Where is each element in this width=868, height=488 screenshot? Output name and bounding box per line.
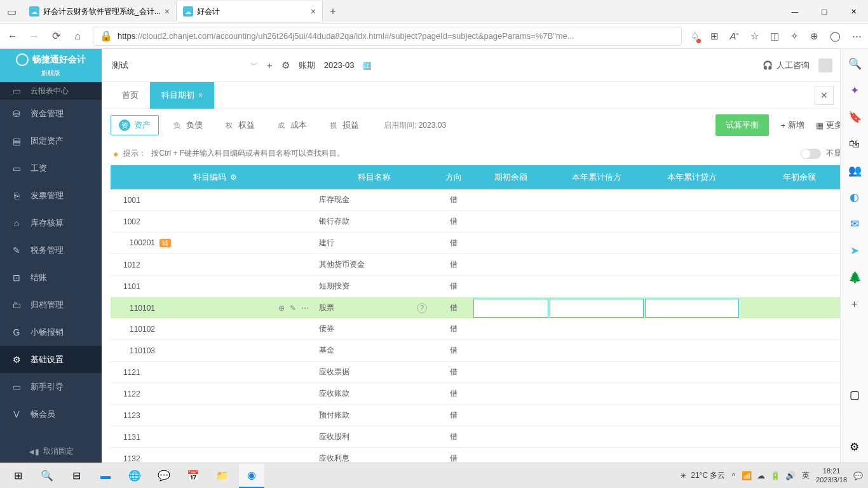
minimize-button[interactable]: —	[780, 0, 810, 24]
battery-icon[interactable]: 🔋	[770, 471, 780, 480]
edit-icon[interactable]: ✎	[290, 304, 296, 313]
expand-icon[interactable]: ▢	[848, 389, 861, 402]
opening-cell[interactable]	[473, 297, 549, 319]
notifications-tray[interactable]: 💬	[853, 471, 863, 480]
sidebar-item-1[interactable]: ⛁资金管理	[0, 100, 102, 127]
downloads-icon[interactable]: ⊕	[810, 30, 818, 42]
pin-toggle[interactable]: ◄▮ 取消固定	[0, 440, 102, 463]
settings-edge-icon[interactable]: ⚙	[848, 441, 861, 454]
workspace-button[interactable]: ▭	[0, 0, 23, 24]
task-view[interactable]: ⊟	[64, 464, 89, 488]
table-row[interactable]: 100201 辅 建行 借	[111, 233, 859, 254]
home-button[interactable]: ⌂	[71, 30, 84, 42]
close-icon[interactable]: ×	[198, 91, 203, 100]
star-icon[interactable]: ✦	[848, 85, 861, 97]
credit-cell[interactable]	[644, 297, 740, 319]
tree-icon[interactable]: 🌲	[848, 271, 861, 284]
table-row[interactable]: 1121 应收票据 借	[111, 362, 859, 383]
collections-icon[interactable]: ✧	[790, 30, 799, 42]
search-icon[interactable]: 🔍	[848, 58, 861, 71]
table-row[interactable]: 1132 应收利息 借	[111, 448, 859, 463]
help-icon[interactable]: ?	[417, 303, 427, 313]
cloud-icon[interactable]: ☁	[757, 471, 765, 480]
notifications-icon[interactable]: ♤	[691, 30, 699, 42]
forward-button[interactable]: →	[28, 30, 41, 42]
category-tab-0[interactable]: 资资产	[111, 115, 159, 135]
tag-icon[interactable]: 🔖	[848, 111, 861, 124]
browser-tab-2[interactable]: ☁ 好会计 ×	[177, 1, 323, 22]
close-icon[interactable]: ×	[165, 6, 170, 17]
category-tab-1[interactable]: 负负债	[163, 115, 211, 135]
sound-icon[interactable]: 🔊	[785, 471, 796, 480]
close-all-button[interactable]: ✕	[815, 86, 834, 105]
menu-icon[interactable]: ⋯	[852, 30, 862, 42]
category-tab-3[interactable]: 成成本	[267, 115, 315, 135]
sidebar-item-11[interactable]: ▭新手引导	[0, 373, 102, 400]
settings-icon[interactable]: ⚙	[281, 60, 290, 71]
category-tab-2[interactable]: 权权益	[215, 115, 263, 135]
page-tab-0[interactable]: 首页	[111, 82, 150, 109]
sidebar-item-6[interactable]: ✎税务管理	[0, 236, 102, 264]
close-icon[interactable]: ×	[311, 6, 316, 17]
table-row[interactable]: 110101 ⊕✎⋯ 股票? 借	[111, 297, 859, 319]
search-taskbar[interactable]: 🔍	[34, 464, 60, 488]
table-row[interactable]: 1131 应收股利 借	[111, 426, 859, 448]
sidebar-item-12[interactable]: V畅会员	[0, 400, 102, 428]
refresh-button[interactable]: ⟳	[50, 30, 62, 42]
add-icon[interactable]: ⊕	[278, 304, 285, 313]
table-row[interactable]: 1122 应收账款 借	[111, 383, 859, 405]
toggle-hide-disabled[interactable]	[801, 149, 821, 159]
wifi-icon[interactable]: 📶	[742, 471, 752, 480]
sidebar-item-2[interactable]: ▤固定资产	[0, 127, 102, 154]
table-row[interactable]: 1101 短期投资 借	[111, 276, 859, 297]
chrome-icon[interactable]: 🌐	[122, 464, 147, 488]
wechat-icon[interactable]: 💬	[151, 464, 177, 488]
avatar[interactable]	[818, 58, 832, 72]
new-tab-button[interactable]: +	[323, 6, 343, 17]
table-row[interactable]: 1012 其他货币资金 借	[111, 254, 859, 276]
sidebar-item-3[interactable]: ▭工资	[0, 154, 102, 182]
back-button[interactable]: ←	[6, 30, 19, 42]
browser-tab-1[interactable]: ☁ 好会计云财务软件管理系统_会计... ×	[23, 1, 177, 22]
outlook-icon[interactable]: ✉	[848, 218, 861, 231]
explorer-icon[interactable]: 📁	[210, 464, 235, 488]
clock[interactable]: 18:21 2023/3/18	[816, 467, 847, 484]
maximize-button[interactable]: ▢	[810, 0, 839, 24]
table-row[interactable]: 1123 预付账款 借	[111, 405, 859, 426]
sidebar-item-0[interactable]: ▭云报表中心	[0, 82, 102, 100]
table-row[interactable]: 110103 基金 借	[111, 340, 859, 362]
add-company-button[interactable]: +	[267, 60, 273, 71]
table-row[interactable]: 1002 银行存款 借	[111, 211, 859, 233]
address-bar[interactable]: 🔒 https://cloud2.chanjet.com/accounting/…	[93, 27, 682, 46]
plus-icon[interactable]: +	[848, 298, 861, 311]
send-icon[interactable]: ➤	[848, 245, 861, 257]
start-button[interactable]: ⊞	[5, 464, 31, 488]
sidebar-item-8[interactable]: 🗀归档管理	[0, 291, 102, 318]
read-aloud-icon[interactable]: A»	[730, 30, 739, 41]
split-icon[interactable]: ◫	[770, 30, 779, 42]
sidebar-item-10[interactable]: ⚙基础设置	[0, 346, 102, 373]
company-selector[interactable]: 测试 ﹀	[112, 60, 258, 71]
debit-cell[interactable]	[549, 297, 644, 319]
profile-icon[interactable]: ◯	[830, 30, 841, 42]
table-row[interactable]: 110102 债券 借	[111, 318, 859, 340]
sidebar-item-7[interactable]: ⊡结账	[0, 264, 102, 291]
help-button[interactable]: 🎧 人工咨询	[763, 60, 810, 71]
trial-balance-button[interactable]: 试算平衡	[715, 114, 769, 136]
people-icon[interactable]: 👥	[848, 165, 861, 177]
calendar-icon[interactable]: ▦	[363, 60, 372, 71]
edge-icon[interactable]: ◐	[848, 191, 861, 204]
app-calendar[interactable]: 📅	[180, 464, 206, 488]
app-1[interactable]: ▬	[93, 464, 118, 488]
favorites-icon[interactable]: ☆	[750, 30, 759, 42]
edge-taskbar-icon[interactable]: ◉	[239, 464, 264, 488]
gear-icon[interactable]: ⚙	[230, 173, 237, 182]
more-icon[interactable]: ⋯	[301, 304, 309, 313]
close-window-button[interactable]: ✕	[839, 0, 868, 24]
shopping-icon[interactable]: 🛍	[848, 138, 861, 151]
sidebar-item-5[interactable]: ⌂库存核算	[0, 209, 102, 236]
table-row[interactable]: 1001 库存现金 借	[111, 189, 859, 211]
extensions-icon[interactable]: ⊞	[710, 30, 719, 42]
sidebar-item-9[interactable]: G小畅报销	[0, 318, 102, 346]
page-tab-1[interactable]: 科目期初×	[150, 82, 214, 109]
